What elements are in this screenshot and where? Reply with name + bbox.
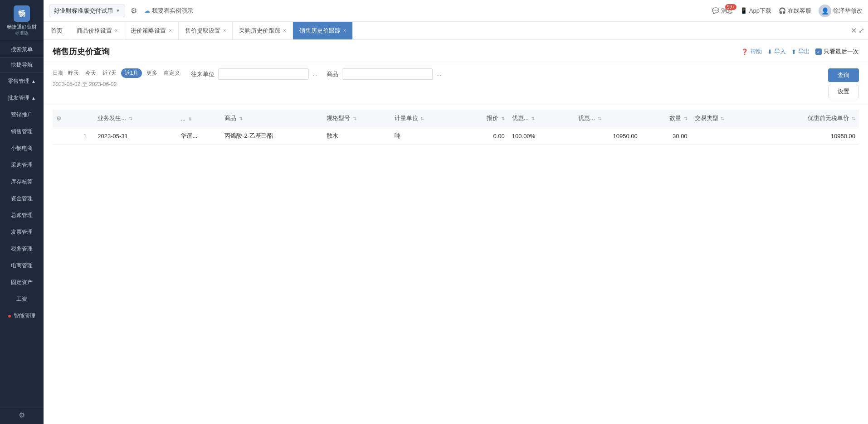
app-logo-sub: 标准版 xyxy=(15,30,29,36)
tab-sales-history[interactable]: 销售历史价跟踪 × xyxy=(293,22,353,39)
th-discount2[interactable]: 优惠... ⇅ xyxy=(575,110,641,127)
chevron-down-icon: ▼ xyxy=(116,8,120,13)
td-gear xyxy=(53,127,76,145)
filter-date-range: 2023-05-02 至 2023-06-02 xyxy=(53,81,182,88)
th-unit[interactable]: 计量单位 ⇅ xyxy=(391,110,458,127)
topbar-settings-icon[interactable]: ⚙ xyxy=(131,6,137,15)
sidebar-item-marketing[interactable]: 营销推广 xyxy=(0,106,44,123)
sidebar-item-wholesale-label: 批发管理 xyxy=(8,94,29,102)
help-label: 帮助 xyxy=(750,48,762,56)
app-download-button[interactable]: 📱 App下载 xyxy=(740,7,771,15)
online-service-button[interactable]: 🎧 在线客服 xyxy=(779,7,811,15)
close-icon[interactable]: × xyxy=(115,28,117,33)
view-last-label: 只看最后一次 xyxy=(824,48,859,56)
sort-icon: ⇅ xyxy=(852,116,855,121)
date-option-more[interactable]: 更多 xyxy=(145,68,159,78)
app-logo-icon: 畅 xyxy=(14,5,30,22)
close-icon[interactable]: × xyxy=(283,28,286,33)
date-option-yesterday[interactable]: 昨天 xyxy=(66,68,81,78)
demo-link[interactable]: ☁ 我要看实例演示 xyxy=(144,7,193,15)
sidebar-logo: 畅 畅捷通好业财 标准版 xyxy=(0,0,44,42)
product-input[interactable] xyxy=(342,68,433,80)
sort-icon: ⇅ xyxy=(129,116,132,121)
td-num: 1 xyxy=(76,127,94,145)
tab-sale-extract[interactable]: 售价提取设置 × xyxy=(179,22,233,39)
export-button[interactable]: ⬆ 导出 xyxy=(791,48,810,56)
product-search-icon[interactable]: ... xyxy=(436,71,441,77)
sidebar-item-inventory[interactable]: 库存核算 xyxy=(0,173,44,190)
date-option-last7[interactable]: 近7天 xyxy=(101,68,118,78)
close-tab-icon[interactable]: ✕ xyxy=(851,26,857,35)
demo-label: 我要看实例演示 xyxy=(152,7,193,15)
td-discount1: 100.00% xyxy=(508,127,575,145)
filter-actions: 查询 设置 xyxy=(828,68,859,98)
sidebar-item-ledger[interactable]: 总账管理 xyxy=(0,207,44,224)
th-notax[interactable]: 优惠前无税单价 ⇅ xyxy=(759,110,859,127)
sidebar-search-label[interactable]: 搜索菜单 xyxy=(4,46,40,53)
filter-supplier-label: 往来单位 xyxy=(191,70,215,78)
expand-tab-icon[interactable]: ⤢ xyxy=(858,26,864,35)
sidebar-item-finance[interactable]: 资金管理 xyxy=(0,190,44,207)
sidebar-item-wholesale[interactable]: 批发管理 ▲ xyxy=(0,90,44,106)
phone-icon: 📱 xyxy=(740,7,747,14)
sidebar-item-retail[interactable]: 零售管理 ▲ xyxy=(0,73,44,90)
date-option-custom[interactable]: 自定义 xyxy=(162,68,182,78)
sidebar-item-ecom[interactable]: 电商管理 xyxy=(0,257,44,274)
close-icon[interactable]: × xyxy=(343,28,346,33)
sidebar-quicknav-label[interactable]: 快捷导航 xyxy=(4,61,40,69)
td-merchant: 华谊... xyxy=(177,127,221,145)
message-button[interactable]: 💬 消息 99+ xyxy=(712,7,733,15)
sidebar-search-item[interactable]: 搜索菜单 xyxy=(0,42,44,58)
view-last-checkbox[interactable]: ✓ 只看最后一次 xyxy=(815,48,859,56)
supplier-input[interactable] xyxy=(218,68,309,80)
sidebar-item-purchase[interactable]: 采购管理 xyxy=(0,157,44,173)
import-icon: ⬇ xyxy=(767,48,772,55)
th-date[interactable]: 业务发生... ⇅ xyxy=(94,110,177,127)
th-price[interactable]: 报价 ⇅ xyxy=(458,110,508,127)
sidebar-item-salary[interactable]: 工资 xyxy=(0,291,44,308)
date-option-today[interactable]: 今天 xyxy=(83,68,98,78)
th-gear[interactable]: ⚙ xyxy=(53,110,76,127)
th-discount1[interactable]: 优惠... ⇅ xyxy=(508,110,575,127)
sort-icon: ⇅ xyxy=(684,116,688,121)
sidebar-item-smart[interactable]: 智能管理 xyxy=(0,308,44,324)
query-button[interactable]: 查询 xyxy=(828,68,859,82)
notification-dot xyxy=(8,315,11,318)
tab-product-price[interactable]: 商品价格设置 × xyxy=(70,22,124,39)
th-type[interactable]: 交易类型 ⇅ xyxy=(691,110,759,127)
gear-icon[interactable]: ⚙ xyxy=(56,115,62,122)
sidebar-settings[interactable]: ⚙ xyxy=(0,406,44,424)
gear-icon[interactable]: ⚙ xyxy=(19,411,25,419)
close-icon[interactable]: × xyxy=(223,28,226,33)
th-extra[interactable]: ... ⇅ xyxy=(177,110,221,127)
th-product[interactable]: 商品 ⇅ xyxy=(221,110,323,127)
th-qty[interactable]: 数量 ⇅ xyxy=(641,110,691,127)
sidebar-item-tax[interactable]: 税务管理 xyxy=(0,241,44,257)
close-icon[interactable]: × xyxy=(169,28,171,33)
tabs-actions: ✕ ⤢ xyxy=(851,26,868,35)
th-spec[interactable]: 规格型号 ⇅ xyxy=(323,110,390,127)
chevron-up-icon: ▲ xyxy=(31,79,36,84)
company-selector[interactable]: 好业财标准版交付试用 ▼ xyxy=(49,5,125,17)
supplier-search-icon[interactable]: ... xyxy=(312,71,317,77)
help-button[interactable]: ❓ 帮助 xyxy=(741,48,762,56)
sidebar-item-assets[interactable]: 固定资产 xyxy=(0,274,44,291)
settings-button[interactable]: 设置 xyxy=(828,85,859,98)
sort-icon: ⇅ xyxy=(531,116,535,121)
sidebar-item-tax-label: 税务管理 xyxy=(11,245,33,253)
tab-home[interactable]: 首页 xyxy=(44,22,70,39)
date-option-last1m[interactable]: 近1月 xyxy=(121,68,142,78)
sidebar-item-invoice[interactable]: 发票管理 xyxy=(0,224,44,241)
tab-price-strategy[interactable]: 进价策略设置 × xyxy=(124,22,178,39)
user-menu[interactable]: 👤 徐泽华修改 xyxy=(819,5,863,17)
tab-product-price-label: 商品价格设置 xyxy=(77,27,112,35)
tab-purchase-history[interactable]: 采购历史价跟踪 × xyxy=(233,22,293,39)
sort-icon: ⇅ xyxy=(239,116,243,121)
th-discount2-label: 优惠... xyxy=(578,115,595,121)
sidebar-item-sales[interactable]: 销售管理 xyxy=(0,123,44,140)
user-name: 徐泽华修改 xyxy=(833,7,863,15)
sidebar-item-xiaochang[interactable]: 小畅电商 xyxy=(0,140,44,157)
sidebar-item-marketing-label: 营销推广 xyxy=(11,111,33,119)
sidebar-quicknav-item[interactable]: 快捷导航 xyxy=(0,58,44,73)
import-button[interactable]: ⬇ 导入 xyxy=(767,48,786,56)
